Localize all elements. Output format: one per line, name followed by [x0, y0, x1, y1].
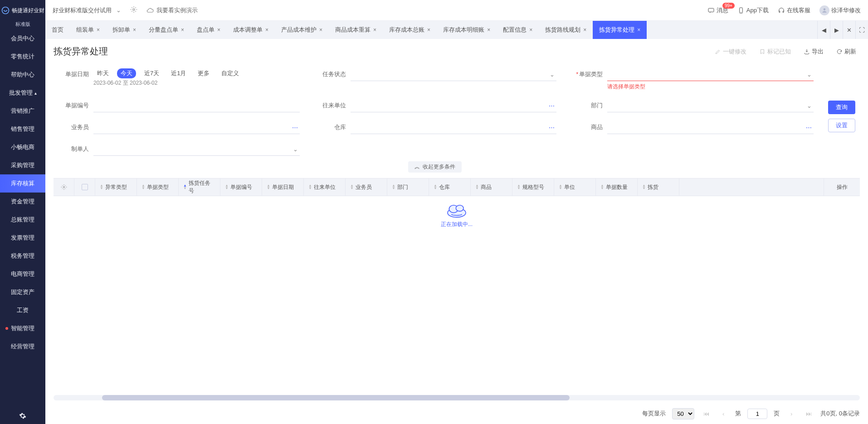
tab-9[interactable]: 库存成本明细账×: [437, 21, 497, 39]
sidebar-item-9[interactable]: 资金管理: [0, 193, 45, 211]
date-option[interactable]: 近1月: [167, 68, 190, 78]
sidebar-item-17[interactable]: 经营管理: [0, 337, 45, 356]
tab-8[interactable]: 库存成本总账×: [383, 21, 437, 39]
tabs-fullscreen[interactable]: ⛶: [855, 21, 868, 39]
tab-2[interactable]: 拆卸单×: [106, 21, 142, 39]
close-icon[interactable]: ×: [583, 27, 586, 33]
sidebar-item-8[interactable]: 库存核算: [0, 174, 45, 193]
sidebar-item-13[interactable]: 电商管理: [0, 265, 45, 283]
th-col-2[interactable]: ▲▼拣货任务号: [179, 178, 220, 196]
sidebar-item-7[interactable]: 采购管理: [0, 156, 45, 174]
date-option[interactable]: 昨天: [93, 68, 112, 78]
topbar-settings[interactable]: [130, 6, 137, 14]
download-button[interactable]: App下载: [737, 6, 769, 14]
sidebar-item-15[interactable]: 工资: [0, 301, 45, 319]
page-prev[interactable]: ‹: [718, 408, 729, 419]
close-icon[interactable]: ×: [217, 27, 220, 33]
input-sales[interactable]: ⋯: [93, 121, 300, 134]
th-col-9[interactable]: ▲▼商品: [471, 178, 512, 196]
sidebar-item-14[interactable]: 固定资产: [0, 283, 45, 301]
tab-6[interactable]: 产品成本维护×: [275, 21, 329, 39]
tabs-close-all[interactable]: ✕: [843, 21, 855, 39]
sidebar-item-5[interactable]: 销售管理: [0, 120, 45, 138]
tab-1[interactable]: 组装单×: [70, 21, 106, 39]
tab-0[interactable]: 首页: [45, 21, 70, 39]
sidebar-settings[interactable]: [0, 408, 45, 424]
tab-3[interactable]: 分量盘点单×: [142, 21, 190, 39]
refresh-button[interactable]: 刷新: [833, 46, 860, 58]
input-doc-no[interactable]: [93, 100, 300, 112]
input-partner[interactable]: ⋯: [351, 100, 557, 112]
sidebar-item-12[interactable]: 税务管理: [0, 247, 45, 265]
close-icon[interactable]: ×: [97, 27, 100, 33]
sidebar-item-1[interactable]: 零售统计: [0, 48, 45, 66]
messages-button[interactable]: 消息 99+: [707, 6, 728, 14]
input-warehouse[interactable]: ⋯: [351, 121, 557, 134]
input-task-status[interactable]: ⌄: [351, 68, 557, 81]
th-col-8[interactable]: ▲▼仓库: [429, 178, 471, 196]
sidebar-item-11[interactable]: 发票管理: [0, 229, 45, 247]
th-col-7[interactable]: ▲▼部门: [387, 178, 429, 196]
tabs-scroll-right[interactable]: ▶: [830, 21, 843, 39]
close-icon[interactable]: ×: [487, 27, 490, 33]
horizontal-scrollbar[interactable]: [54, 395, 860, 400]
sidebar-item-2[interactable]: 帮助中心: [0, 66, 45, 84]
close-icon[interactable]: ×: [373, 27, 376, 33]
scrollbar-thumb[interactable]: [102, 395, 570, 400]
sidebar-item-4[interactable]: 营销推广: [0, 102, 45, 120]
page-next[interactable]: ›: [786, 408, 797, 419]
th-col-10[interactable]: ▲▼规格型号: [512, 178, 554, 196]
demo-link[interactable]: 我要看实例演示: [146, 6, 198, 14]
export-button[interactable]: 导出: [800, 46, 827, 58]
th-col-12[interactable]: ▲▼单据数量: [596, 178, 638, 196]
close-icon[interactable]: ×: [637, 27, 640, 33]
date-option[interactable]: 近7天: [141, 68, 163, 78]
close-icon[interactable]: ×: [427, 27, 430, 33]
th-col-11[interactable]: ▲▼单位: [554, 178, 596, 196]
tab-11[interactable]: 拣货路线规划×: [539, 21, 593, 39]
tabs-scroll-left[interactable]: ◀: [817, 21, 830, 39]
sidebar-item-3[interactable]: 批发管理▴: [0, 84, 45, 102]
input-doc-type[interactable]: ⌄: [607, 68, 814, 81]
input-product[interactable]: ⋯: [607, 121, 814, 134]
th-col-0[interactable]: ▲▼异常类型: [95, 178, 137, 196]
user-menu[interactable]: 徐泽华修改: [819, 5, 861, 15]
close-icon[interactable]: ×: [181, 27, 184, 33]
th-settings[interactable]: [54, 178, 74, 196]
date-option[interactable]: 更多: [194, 68, 213, 78]
sidebar-item-label: 销售管理: [11, 125, 34, 133]
page-input[interactable]: [747, 409, 767, 419]
th-col-6[interactable]: ▲▼业务员: [346, 178, 387, 196]
query-button[interactable]: 查询: [828, 101, 855, 114]
page-first[interactable]: ⏮: [701, 408, 712, 419]
tab-10[interactable]: 配置信息×: [497, 21, 539, 39]
tab-12[interactable]: 拣货异常处理×: [593, 21, 647, 39]
close-icon[interactable]: ×: [319, 27, 322, 33]
th-col-5[interactable]: ▲▼往来单位: [304, 178, 346, 196]
product-switcher[interactable]: 好业财标准版交付试用 ⌄: [53, 6, 121, 14]
settings-button[interactable]: 设置: [828, 119, 855, 132]
th-col-13[interactable]: ▲▼拣货: [638, 178, 679, 196]
sidebar-item-10[interactable]: 总账管理: [0, 211, 45, 229]
th-col-4[interactable]: ▲▼单据日期: [262, 178, 304, 196]
th-checkbox[interactable]: [74, 178, 95, 196]
per-page-select[interactable]: 50: [672, 408, 694, 419]
tab-4[interactable]: 盘点单×: [190, 21, 227, 39]
close-icon[interactable]: ×: [529, 27, 532, 33]
th-col-3[interactable]: ▲▼单据编号: [220, 178, 262, 196]
date-option[interactable]: 今天: [117, 68, 136, 78]
input-dept[interactable]: ⌄: [607, 100, 814, 112]
tab-5[interactable]: 成本调整单×: [227, 21, 275, 39]
input-creator[interactable]: ⌄: [93, 143, 300, 156]
service-button[interactable]: 在线客服: [778, 6, 810, 14]
tab-7[interactable]: 商品成本重算×: [329, 21, 383, 39]
collapse-filters-button[interactable]: ︽ 收起更多条件: [408, 161, 462, 173]
th-col-1[interactable]: ▲▼单据类型: [137, 178, 179, 196]
page-last[interactable]: ⏭: [803, 408, 814, 419]
date-option[interactable]: 自定义: [218, 68, 243, 78]
sidebar-item-16[interactable]: 智能管理: [0, 319, 45, 337]
close-icon[interactable]: ×: [265, 27, 268, 33]
close-icon[interactable]: ×: [133, 27, 136, 33]
sidebar-item-6[interactable]: 小畅电商: [0, 138, 45, 156]
sidebar-item-0[interactable]: 会员中心: [0, 29, 45, 48]
